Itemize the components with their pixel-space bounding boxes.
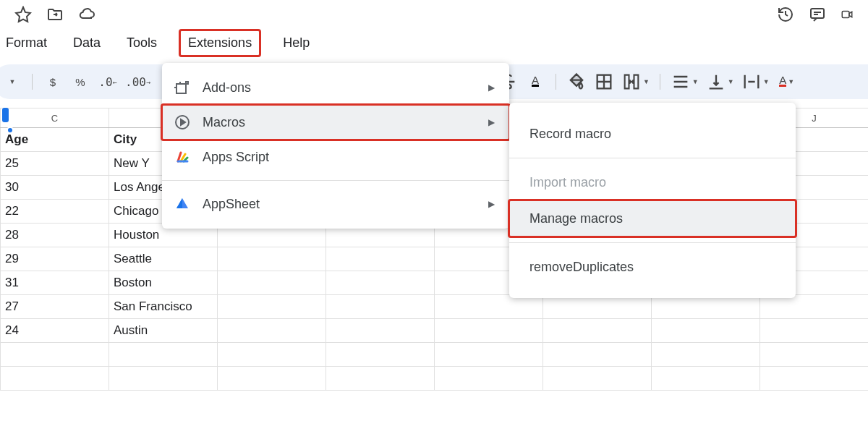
cell[interactable] xyxy=(543,295,652,319)
cell[interactable] xyxy=(1,367,109,391)
cell[interactable] xyxy=(543,319,652,343)
cell[interactable] xyxy=(435,319,543,343)
cell[interactable] xyxy=(218,367,326,391)
menu-extensions[interactable]: Extensions xyxy=(179,29,261,57)
merge-cells-button[interactable]: ▼ xyxy=(621,72,650,92)
macros-icon xyxy=(174,114,191,131)
horizontal-align-button[interactable]: ▼ xyxy=(671,72,699,92)
cell[interactable] xyxy=(218,247,326,271)
menu-help[interactable]: Help xyxy=(278,33,314,54)
svg-rect-1 xyxy=(842,12,849,18)
cell-header-age[interactable]: Age xyxy=(1,128,109,152)
comment-icon[interactable] xyxy=(809,6,826,23)
cell[interactable] xyxy=(760,319,868,343)
manage-macros-label: Manage macros xyxy=(529,211,623,226)
appsheet-menu-item[interactable]: AppSheet ▶ xyxy=(162,187,509,221)
cell[interactable] xyxy=(652,319,760,343)
menu-format[interactable]: Format xyxy=(1,33,51,54)
cell[interactable] xyxy=(326,319,435,343)
currency-button[interactable]: $ xyxy=(43,72,63,92)
cell[interactable] xyxy=(218,343,326,367)
chevron-right-icon: ▶ xyxy=(488,82,495,93)
menu-data[interactable]: Data xyxy=(69,33,105,54)
macros-submenu: Record macro Import macro Manage macros … xyxy=(509,103,796,298)
apps-script-icon xyxy=(174,148,191,166)
svg-rect-3 xyxy=(176,84,186,93)
text-rotation-button[interactable]: A ▼ xyxy=(777,72,797,92)
title-bar-actions xyxy=(0,0,868,29)
appsheet-icon xyxy=(174,195,191,213)
extensions-dropdown: Add-ons ▶ Macros ▶ Apps Script AppSheet … xyxy=(162,63,509,229)
cell[interactable]: Boston xyxy=(109,271,218,295)
cell[interactable]: 29 xyxy=(1,247,109,271)
increase-decimal-button[interactable]: .00→ xyxy=(125,72,150,92)
import-macro-item: Import macro xyxy=(509,164,796,200)
record-macro-label: Record macro xyxy=(529,127,611,142)
cell[interactable] xyxy=(326,271,435,295)
macros-menu-item[interactable]: Macros ▶ xyxy=(162,105,509,140)
menu-separator xyxy=(509,158,796,158)
cell[interactable]: 30 xyxy=(1,176,109,200)
apps-script-menu-item[interactable]: Apps Script xyxy=(162,140,509,174)
record-macro-item[interactable]: Record macro xyxy=(509,116,796,152)
menu-tools[interactable]: Tools xyxy=(122,33,161,54)
cell[interactable] xyxy=(760,295,868,319)
cell[interactable] xyxy=(543,367,652,391)
appsheet-label: AppSheet xyxy=(203,197,260,212)
borders-button[interactable] xyxy=(594,72,614,92)
cell[interactable] xyxy=(109,343,218,367)
cell[interactable] xyxy=(760,343,868,367)
cell[interactable] xyxy=(1,343,109,367)
move-to-folder-icon[interactable] xyxy=(46,6,64,23)
addons-icon xyxy=(174,79,191,96)
svg-rect-0 xyxy=(811,9,824,18)
import-macro-label: Import macro xyxy=(529,175,606,190)
cell[interactable] xyxy=(435,367,543,391)
cell[interactable]: Austin xyxy=(109,319,218,343)
text-wrap-button[interactable]: ▼ xyxy=(741,72,770,92)
cell[interactable] xyxy=(218,295,326,319)
star-icon[interactable] xyxy=(14,6,32,23)
cell[interactable] xyxy=(543,343,652,367)
vertical-align-button[interactable]: ▼ xyxy=(706,72,734,92)
manage-macros-item[interactable]: Manage macros xyxy=(509,200,796,237)
cell[interactable]: 25 xyxy=(1,152,109,176)
more-formats-dropdown[interactable]: ▼ xyxy=(1,72,22,92)
percent-button[interactable]: % xyxy=(70,72,90,92)
col-header-c[interactable]: C xyxy=(1,109,109,127)
decrease-decimal-button[interactable]: .0← xyxy=(98,72,118,92)
cell[interactable] xyxy=(109,367,218,391)
cell[interactable] xyxy=(760,367,868,391)
cell[interactable] xyxy=(218,319,326,343)
text-color-button[interactable]: A xyxy=(525,72,545,92)
cell[interactable]: 28 xyxy=(1,224,109,247)
cell[interactable] xyxy=(652,343,760,367)
cell[interactable] xyxy=(652,295,760,319)
cell[interactable] xyxy=(218,271,326,295)
cell[interactable]: 27 xyxy=(1,295,109,319)
selection-handle-icon xyxy=(2,108,9,122)
chevron-right-icon: ▶ xyxy=(488,199,495,209)
cell[interactable]: 24 xyxy=(1,319,109,343)
history-icon[interactable] xyxy=(777,6,794,23)
fill-color-button[interactable] xyxy=(566,72,587,92)
meet-icon[interactable] xyxy=(841,6,854,23)
cell[interactable]: 31 xyxy=(1,271,109,295)
cell[interactable]: 22 xyxy=(1,200,109,224)
cell[interactable] xyxy=(435,343,543,367)
cell[interactable] xyxy=(652,367,760,391)
macros-label: Macros xyxy=(203,115,245,130)
cell[interactable] xyxy=(326,247,435,271)
addons-menu-item[interactable]: Add-ons ▶ xyxy=(162,70,509,105)
cell[interactable] xyxy=(326,295,435,319)
cell[interactable] xyxy=(326,367,435,391)
remove-duplicates-macro-item[interactable]: removeDuplicates xyxy=(509,249,796,285)
addons-label: Add-ons xyxy=(203,80,251,95)
remove-duplicates-label: removeDuplicates xyxy=(529,260,634,275)
cell[interactable]: San Francisco xyxy=(109,295,218,319)
cell[interactable] xyxy=(326,343,435,367)
chevron-right-icon: ▶ xyxy=(488,117,495,127)
cloud-status-icon[interactable] xyxy=(78,6,95,23)
cell[interactable] xyxy=(435,295,543,319)
cell[interactable]: Seattle xyxy=(109,247,218,271)
